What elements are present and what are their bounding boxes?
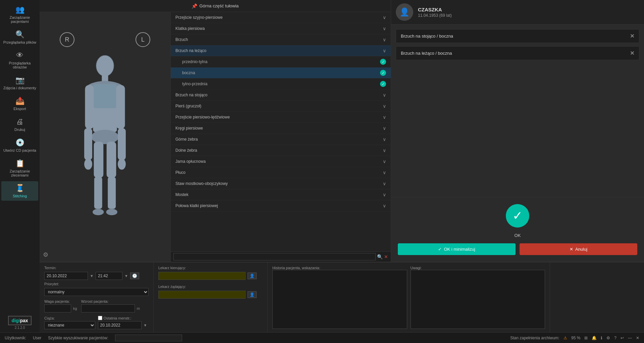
search-icon[interactable]: 🔍 bbox=[377, 254, 383, 259]
selected-item-1: Brzuch na stojąco / boczna ✕ bbox=[396, 29, 639, 43]
item-label: Jama opłucnowa bbox=[175, 159, 206, 164]
ciaza-select[interactable]: nieznane bbox=[44, 321, 95, 329]
uwagi-section: Uwagi: bbox=[411, 266, 545, 329]
clock-button[interactable]: 🕐 bbox=[130, 273, 139, 279]
sidebar-item-file-browser[interactable]: 🔍 Przeglądarka plików bbox=[1, 28, 38, 47]
user-value: User bbox=[33, 336, 41, 340]
sidebar-item-patients[interactable]: 👥 Zarządzanie pacjentami bbox=[1, 3, 38, 26]
svg-rect-13 bbox=[107, 142, 116, 178]
sidebar-item-cd[interactable]: 💿 Utwórz CD pacjenta bbox=[1, 136, 38, 155]
wzrost-input-row: m bbox=[81, 304, 140, 312]
cancel-button[interactable]: ✕ Anuluj bbox=[520, 243, 637, 255]
subitem-label: boczna bbox=[182, 70, 195, 75]
settings-gear[interactable]: ⚙ bbox=[43, 251, 48, 258]
sidebar-item-image-browser[interactable]: 👁 Przeglądarka obrazów bbox=[1, 48, 38, 72]
svg-point-0 bbox=[96, 55, 114, 76]
ostatnia-menstr-checkbox[interactable] bbox=[98, 316, 102, 320]
list-item-dolne-zebra[interactable]: Dolne żebra ∨ bbox=[171, 145, 391, 156]
quick-search-input[interactable] bbox=[115, 335, 182, 341]
list-item-kregi[interactable]: Kręgi piersiowe ∨ bbox=[171, 123, 391, 134]
chevron-icon: ∨ bbox=[383, 203, 386, 208]
check-icon: ✓ bbox=[380, 81, 386, 87]
patient-header: 👤 CZASZKA 11.04.1953 (69 lat) bbox=[391, 0, 644, 24]
lekarz-zadajacy-input[interactable] bbox=[158, 291, 246, 299]
ok-minimize-button[interactable]: ✓ OK i minimalizuj bbox=[398, 243, 516, 255]
ciaza-row: Ciąża: nieznane Ostatnia menstr.: ▼ bbox=[44, 316, 149, 329]
historia-section: Historia pacjenta, wskazania: bbox=[272, 266, 407, 329]
sidebar-item-print[interactable]: 🖨 Drukuj bbox=[1, 115, 38, 134]
sidebar-item-photos[interactable]: 📷 Zdjęcia i dokumenty bbox=[1, 73, 38, 93]
list-subitem-tylno-przednia[interactable]: tylno-przednia ✓ bbox=[171, 79, 391, 90]
info-icon[interactable]: ℹ bbox=[601, 336, 602, 340]
help-icon[interactable]: ? bbox=[614, 336, 616, 340]
item-label: Połowa klatki piersiowej bbox=[175, 203, 218, 208]
list-item-brzuch-lezaco[interactable]: Brzuch na leżąco ∨ bbox=[171, 45, 391, 56]
wzrost-input[interactable] bbox=[81, 304, 135, 312]
remove-item-1-button[interactable]: ✕ bbox=[630, 33, 634, 39]
content-row: R L bbox=[40, 12, 391, 262]
search-input[interactable] bbox=[173, 253, 376, 260]
body-label-right: R bbox=[60, 32, 74, 47]
item-label: Górne żebra bbox=[175, 137, 198, 142]
close-icon[interactable]: ✕ bbox=[636, 336, 639, 340]
list-item-przejscie-szyjno[interactable]: Przejście szyjno-piersiowe ∨ bbox=[171, 12, 391, 23]
waga-wzrost-row: Waga pacjenta: kg Wzrost pacjenta: m bbox=[44, 299, 149, 312]
priorytet-select[interactable]: normalny bbox=[44, 288, 149, 296]
patient-avatar: 👤 bbox=[396, 3, 413, 21]
ok-minimize-icon: ✓ bbox=[438, 247, 442, 252]
sidebar-item-stitching[interactable]: 🧵 Stitching bbox=[1, 181, 38, 201]
minimize-icon[interactable]: — bbox=[628, 336, 632, 340]
list-item-pluco[interactable]: Płuco ∨ bbox=[171, 167, 391, 178]
sidebar-item-orders[interactable]: 📋 Zarządzanie zleceniami bbox=[1, 156, 38, 180]
remove-item-2-button[interactable]: ✕ bbox=[630, 50, 634, 56]
list-item-przejscie-piersiowo[interactable]: Przejście piersiowo-lędźwiowe ∨ bbox=[171, 112, 391, 123]
menstr-dropdown-icon[interactable]: ▼ bbox=[144, 323, 147, 327]
list-item-staw[interactable]: Staw mostkowo-obojczykowy ∨ bbox=[171, 178, 391, 189]
image-browser-icon: 👁 bbox=[16, 51, 23, 60]
sidebar-item-export[interactable]: 📤 Eksport bbox=[1, 94, 38, 113]
lekarz-zadajacy-label: Lekarz żądający: bbox=[158, 285, 263, 289]
list-item-piers[interactable]: Pierś (gruczoł) ∨ bbox=[171, 101, 391, 112]
disconnect-icon[interactable]: ↩ bbox=[621, 336, 624, 340]
sidebar-label-export: Eksport bbox=[13, 107, 26, 111]
lekarz-kierujacy-input[interactable] bbox=[158, 272, 246, 280]
chevron-icon: ∨ bbox=[383, 37, 386, 42]
list-item-mostek[interactable]: Mostek ∨ bbox=[171, 189, 391, 200]
top-bar-icon: 📌 bbox=[192, 3, 197, 9]
settings-icon[interactable]: ⚙ bbox=[606, 336, 610, 340]
form-col-historia: Historia pacjenta, wskazania: Uwagi: bbox=[268, 262, 550, 332]
list-subitem-boczna[interactable]: boczna ✓ bbox=[171, 67, 391, 79]
termin-date-input[interactable] bbox=[44, 272, 88, 280]
termin-time-input[interactable] bbox=[96, 272, 122, 280]
date-dropdown-icon[interactable]: ▼ bbox=[90, 274, 94, 278]
list-item-brzuch-stojaco[interactable]: Brzuch na stojąco ∨ bbox=[171, 90, 391, 101]
historia-textarea[interactable] bbox=[272, 270, 407, 329]
top-bar-title: Górna część tułowia bbox=[199, 3, 238, 8]
time-dropdown-icon[interactable]: ▼ bbox=[124, 274, 128, 278]
chevron-icon: ∨ bbox=[383, 137, 386, 142]
uwagi-textarea[interactable] bbox=[411, 270, 545, 329]
form-col-lekarz: Lekarz kierujący: 👤 Lekarz żądający: 👤 bbox=[154, 262, 268, 332]
svg-point-11 bbox=[118, 158, 126, 169]
notification-icon[interactable]: 🔔 bbox=[592, 336, 597, 340]
list-item-gorne-zebra[interactable]: Górne żebra ∨ bbox=[171, 134, 391, 145]
list-item-klatka[interactable]: Klatka piersiowa ∨ bbox=[171, 23, 391, 34]
list-item-jama[interactable]: Jama opłucnowa ∨ bbox=[171, 156, 391, 167]
svg-point-10 bbox=[84, 158, 92, 169]
chevron-icon: ∨ bbox=[383, 170, 386, 175]
list-item-brzuch[interactable]: Brzuch ∨ bbox=[171, 34, 391, 45]
svg-point-17 bbox=[106, 209, 117, 215]
cd-icon: 💿 bbox=[15, 138, 24, 147]
sidebar-label-print: Drukuj bbox=[14, 128, 25, 132]
list-subitem-przednio-tylna[interactable]: przednio-tylna ✓ bbox=[171, 56, 391, 67]
ostatnia-menstr-input[interactable] bbox=[98, 321, 142, 329]
lekarz-kierujacy-browse-button[interactable]: 👤 bbox=[248, 273, 257, 279]
item-label: Pierś (gruczoł) bbox=[175, 104, 201, 108]
termin-label: Termin: bbox=[44, 266, 149, 270]
archive-indicator-icon: ⚠ bbox=[564, 336, 567, 340]
list-item-polowa[interactable]: Połowa klatki piersiowej ∨ bbox=[171, 200, 391, 211]
waga-input[interactable] bbox=[44, 304, 71, 312]
lekarz-zadajacy-browse-button[interactable]: 👤 bbox=[248, 291, 257, 298]
clear-search-icon[interactable]: ✕ bbox=[384, 254, 388, 259]
lekarz-kierujacy-row: 👤 bbox=[158, 272, 263, 280]
